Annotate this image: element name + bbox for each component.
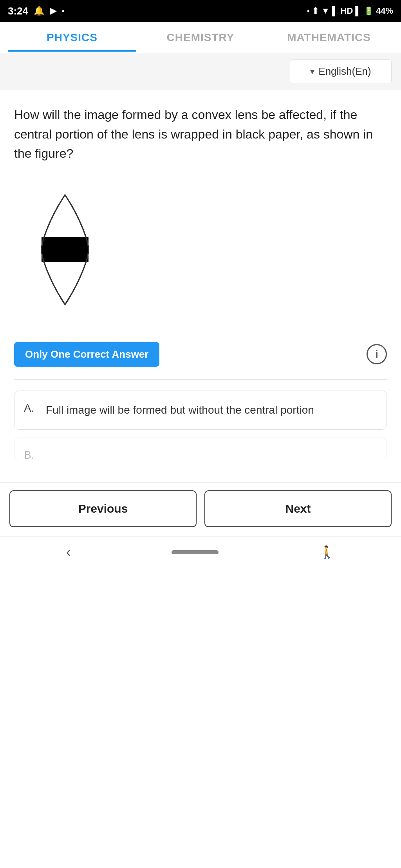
chevron-down-icon: ▾	[310, 67, 314, 77]
option-a-text: Full image will be formed but without th…	[46, 402, 314, 418]
language-bar: ▾ English(En)	[0, 53, 401, 90]
divider-1	[14, 379, 387, 380]
status-left: 3:24 🔔 ▶ •	[8, 5, 64, 17]
navigation-buttons: Previous Next	[0, 482, 401, 537]
language-selector[interactable]: ▾ English(En)	[290, 59, 392, 83]
signal-icon2: ▌	[355, 6, 361, 16]
home-indicator[interactable]	[172, 550, 219, 554]
main-content: How will the image formed by a convex le…	[0, 90, 401, 482]
status-bar: 3:24 🔔 ▶ • • ⬆ ▼ ▌ HD ▌ 🔋 44%	[0, 0, 401, 22]
time-display: 3:24	[8, 5, 28, 17]
answer-type-badge: Only One Correct Answer	[14, 342, 159, 367]
dot-icon2: •	[307, 7, 309, 15]
bottom-nav-bar: ‹ 🚶	[0, 537, 401, 568]
back-button[interactable]: ‹	[66, 544, 71, 560]
lens-figure	[30, 187, 100, 312]
hd-label: HD	[341, 6, 353, 16]
signal-icon: ▌	[332, 6, 338, 16]
option-b[interactable]: B.	[14, 438, 387, 460]
option-a[interactable]: A. Full image will be formed but without…	[14, 391, 387, 430]
option-b-letter: B.	[24, 449, 36, 460]
info-icon[interactable]: i	[367, 344, 387, 364]
figure-container	[14, 179, 387, 320]
answer-type-row: Only One Correct Answer i	[14, 336, 387, 375]
language-label: English(En)	[318, 65, 371, 77]
signal-arrow-icon: ⬆	[312, 6, 319, 16]
previous-button[interactable]: Previous	[9, 490, 197, 527]
options-container: A. Full image will be formed but without…	[14, 384, 387, 474]
accessibility-icon[interactable]: 🚶	[319, 545, 335, 560]
youtube-icon: ▶	[50, 6, 56, 16]
option-a-letter: A.	[24, 402, 36, 414]
next-button[interactable]: Next	[204, 490, 392, 527]
tab-mathematics[interactable]: MATHEMATICS	[265, 23, 393, 52]
status-right: • ⬆ ▼ ▌ HD ▌ 🔋 44%	[307, 6, 393, 16]
wifi-icon: ▼	[321, 6, 330, 16]
battery-percent: 44%	[376, 6, 393, 16]
tab-chemistry[interactable]: CHEMISTRY	[136, 23, 265, 52]
tab-bar: PHYSICS CHEMISTRY MATHEMATICS	[0, 22, 401, 53]
dot-icon: •	[62, 7, 64, 15]
notch-icon: 🔔	[34, 6, 44, 16]
question-text: How will the image formed by a convex le…	[14, 105, 387, 164]
battery-icon: 🔋	[364, 6, 374, 16]
svg-rect-0	[42, 237, 89, 262]
tab-physics[interactable]: PHYSICS	[8, 23, 136, 52]
